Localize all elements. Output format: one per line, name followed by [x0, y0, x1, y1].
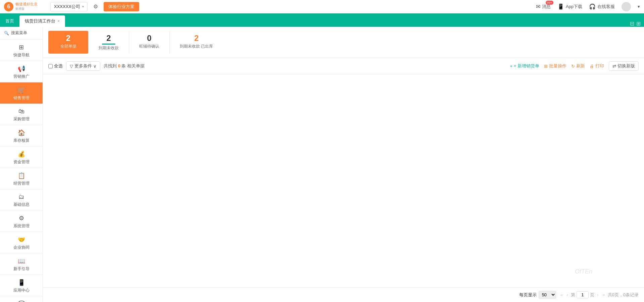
first-page-button[interactable]: « — [559, 292, 564, 298]
sidebar-item-quick-nav[interactable]: ⊞ 快捷导航 — [0, 40, 43, 61]
nav-tabs: 首页 钱货日清工作台 × ⊟ ⊞ — [0, 13, 644, 27]
trial-button[interactable]: 体验行业方案 — [104, 2, 139, 11]
card-all-label: 全部单据 — [60, 44, 76, 49]
sidebar-item-purchase[interactable]: 🛍 采购管理 — [0, 104, 43, 125]
card-overdue-label: 到期未收款 — [99, 45, 119, 51]
next-page-button[interactable]: › — [596, 292, 600, 298]
sidebar-item-guide[interactable]: 📖 新手引导 — [0, 253, 43, 275]
message-button[interactable]: ✉ 消息 99+ — [536, 3, 551, 10]
card-shipped-count: 2 — [194, 34, 199, 43]
add-sale-button[interactable]: + + 新增销货单 — [510, 63, 539, 69]
sidebar: 🔍 搜索菜单 ⊞ 快捷导航 📢 营销推广 🛒 销售管理 🛍 采购管理 🏠 库存核… — [0, 27, 43, 302]
page-input[interactable] — [577, 291, 589, 298]
found-count: 0 — [118, 63, 120, 68]
logo-area: 6 畅捷通好生意 标准版 — [4, 2, 47, 11]
batch-icon: ⊞ — [544, 64, 548, 69]
main-content: 2 全部单据 2 到期未收款 0 旺辅待确认 2 到期未收款 已出库 全选 — [43, 27, 644, 302]
card-shipped[interactable]: 2 到期未收款 已出库 — [170, 31, 223, 54]
sidebar-item-system[interactable]: ⚙ 系统管理 — [0, 210, 43, 232]
sidebar-item-wechat[interactable]: 💬 企业微信 — [0, 296, 43, 302]
page-suffix: 页 — [590, 292, 594, 298]
chevron-down-user-icon: ▾ — [638, 4, 640, 9]
guide-label: 新手引导 — [13, 266, 30, 272]
total-records: 共0页，0条记录 — [608, 292, 639, 298]
print-icon: 🖨 — [590, 64, 594, 69]
per-page-label: 每页显示 — [519, 292, 537, 298]
company-selector[interactable]: XXXXXX公司 ▾ — [50, 2, 88, 11]
card-overdue-count: 2 — [106, 34, 111, 43]
page-label: 第 — [571, 292, 575, 298]
more-filter-button[interactable]: ▽ 更多条件 ∨ — [66, 61, 100, 71]
card-wangfu-label: 旺辅待确认 — [139, 44, 159, 49]
prev-page-button[interactable]: ‹ — [566, 292, 570, 298]
app-center-icon: 📱 — [18, 279, 25, 286]
quick-nav-label: 快捷导航 — [13, 52, 30, 58]
sidebar-item-marketing[interactable]: 📢 营销推广 — [0, 61, 43, 82]
sidebar-item-sales[interactable]: 🛒 销售管理 — [0, 82, 43, 104]
top-header: 6 畅捷通好生意 标准版 XXXXXX公司 ▾ ⚙ 体验行业方案 ✉ 消息 99… — [0, 0, 644, 13]
card-wangfu-count: 0 — [147, 34, 151, 43]
purchase-icon: 🛍 — [18, 108, 24, 115]
quick-nav-icon: ⊞ — [19, 44, 24, 51]
app-icon: 📱 — [557, 3, 564, 10]
found-prefix: 共找到 — [104, 63, 117, 68]
marketing-icon: 📢 — [18, 65, 25, 72]
operations-icon: 📋 — [18, 172, 25, 179]
print-button[interactable]: 🖨 打印 — [590, 63, 604, 69]
app-download-button[interactable]: 📱 App下载 — [557, 3, 582, 10]
logo-sub: 标准版 — [15, 7, 38, 11]
tab-home[interactable]: 首页 — [0, 15, 19, 27]
enterprise-label: 企业协同 — [13, 245, 30, 250]
card-overdue[interactable]: 2 到期未收款 — [89, 31, 129, 54]
search-label: 搜索菜单 — [11, 30, 27, 36]
purchase-label: 采购管理 — [13, 116, 30, 122]
plus-icon: + — [510, 64, 513, 69]
sidebar-item-app-center[interactable]: 📱 应用中心 — [0, 275, 43, 296]
found-text: 共找到 0 条 相关单据 — [104, 63, 145, 69]
search-icon: 🔍 — [4, 31, 9, 36]
basic-info-label: 基础信息 — [13, 202, 30, 207]
sidebar-item-search[interactable]: 🔍 搜索菜单 — [0, 27, 43, 40]
avatar[interactable] — [622, 2, 631, 11]
select-all-label: 全选 — [54, 63, 63, 69]
inventory-icon: 🏠 — [18, 129, 25, 136]
summary-cards: 2 全部单据 2 到期未收款 0 旺辅待确认 2 到期未收款 已出库 — [43, 27, 644, 58]
switch-version-button[interactable]: ⇄ 切换新版 — [609, 61, 639, 71]
card-wangfu[interactable]: 0 旺辅待确认 — [129, 31, 170, 54]
sidebar-item-basic-info[interactable]: 🗂 基础信息 — [0, 189, 43, 210]
app-center-label: 应用中心 — [13, 288, 30, 293]
card-all[interactable]: 2 全部单据 — [48, 31, 89, 54]
settings-icon[interactable]: ⚙ — [91, 2, 100, 11]
sidebar-item-enterprise[interactable]: 🤝 企业协同 — [0, 232, 43, 253]
add-sale-label: + 新增销货单 — [514, 63, 539, 69]
minimize-icon[interactable]: ⊟ — [630, 20, 634, 27]
per-page-selector[interactable]: 每页显示 50 100 200 — [519, 291, 556, 299]
print-label: 打印 — [595, 63, 604, 69]
refresh-icon: ↻ — [571, 64, 575, 69]
online-service-button[interactable]: 🎧 在线客服 — [589, 3, 615, 10]
refresh-button[interactable]: ↻ 刷新 — [571, 63, 585, 69]
select-all-checkbox[interactable] — [48, 64, 53, 68]
operations-label: 经营管理 — [13, 181, 30, 186]
company-name: XXXXXX公司 — [54, 4, 80, 10]
marketing-label: 营销推广 — [13, 74, 30, 79]
table-area — [43, 74, 644, 287]
page-nav: « ‹ 第 页 › » 共0页，0条记录 — [559, 291, 639, 298]
sidebar-item-finance[interactable]: 💰 资金管理 — [0, 146, 43, 168]
sidebar-item-inventory[interactable]: 🏠 库存核算 — [0, 125, 43, 146]
user-menu[interactable]: ▾ — [638, 4, 640, 9]
enterprise-icon: 🤝 — [18, 236, 25, 243]
tab-dashboard[interactable]: 钱货日清工作台 × — [19, 15, 65, 27]
expand-icon[interactable]: ⊞ — [636, 20, 641, 27]
batch-button[interactable]: ⊞ 批量操作 — [544, 63, 567, 69]
select-all-checkbox-area[interactable]: 全选 — [48, 63, 63, 69]
basic-info-icon: 🗂 — [18, 193, 24, 200]
close-tab-icon[interactable]: × — [57, 19, 60, 23]
found-unit: 条 — [121, 63, 126, 68]
switch-label: 切换新版 — [618, 63, 635, 69]
per-page-select[interactable]: 50 100 200 — [539, 291, 556, 299]
last-page-button[interactable]: » — [601, 292, 606, 298]
tab-home-label: 首页 — [5, 18, 14, 24]
sales-label: 销售管理 — [13, 95, 30, 101]
sidebar-item-operations[interactable]: 📋 经营管理 — [0, 168, 43, 189]
